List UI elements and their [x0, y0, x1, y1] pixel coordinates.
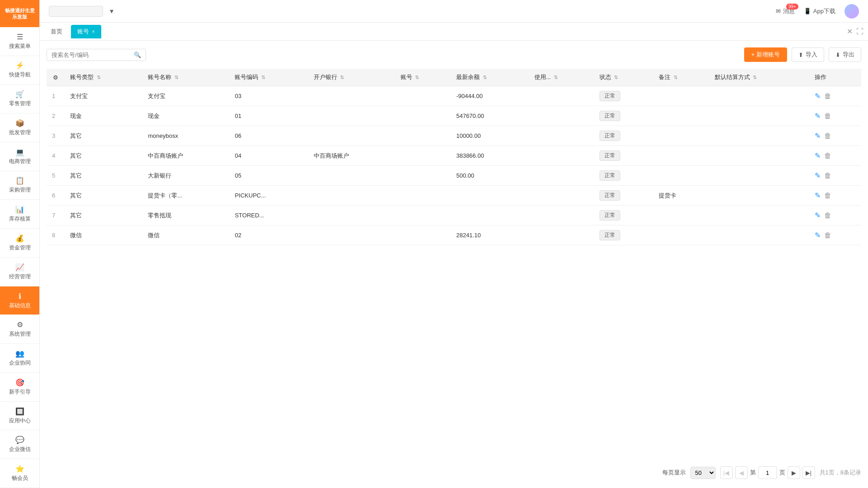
sidebar-item-wholesale[interactable]: 📦 批发管理 — [0, 113, 39, 142]
sidebar-item-retail[interactable]: 🛒 零售管理 — [0, 84, 39, 113]
table-row: 1 支付宝 支付宝 03 -90444.00 正常 ✎ 🗑 — [47, 86, 861, 106]
th-type[interactable]: 账号类型 ⇅ — [65, 69, 142, 86]
last-page-button[interactable]: ▶| — [802, 466, 815, 479]
tab-bar-expand-button[interactable]: ⛶ — [856, 28, 863, 36]
sidebar-item-basic-info[interactable]: ℹ 基础信息 — [0, 286, 39, 315]
th-remark[interactable]: 备注 ⇅ — [653, 69, 709, 86]
sidebar-item-finance[interactable]: 💰 资金管理 — [0, 229, 39, 258]
sidebar-item-appcenter[interactable]: 🔲 应用中心 — [0, 402, 39, 431]
wechat-work-icon: 💬 — [15, 436, 24, 444]
sidebar-item-wechat-work[interactable]: 💬 企业微信 — [0, 430, 39, 459]
header-left: ▾ — [49, 6, 113, 17]
message-button[interactable]: ✉ 消息 99+ — [776, 7, 795, 15]
action-buttons: ✎ 🗑 — [815, 211, 856, 220]
row-type: 其它 — [65, 146, 142, 166]
app-download-button[interactable]: 📱 App下载 — [804, 7, 835, 15]
table-container: ⚙ 账号类型 ⇅ 账号名称 ⇅ 账号编码 ⇅ 开户银行 ⇅ 账号 ⇅ 最新余额 … — [47, 69, 861, 460]
edit-button[interactable]: ✎ — [815, 131, 821, 140]
header-right: ✉ 消息 99+ 📱 App下载 — [776, 4, 859, 19]
row-code: 03 — [229, 86, 308, 106]
delete-button[interactable]: 🗑 — [824, 192, 831, 200]
tab-home[interactable]: 首页 — [44, 25, 69, 38]
row-num: 4 — [47, 146, 65, 166]
status-badge: 正常 — [599, 111, 620, 121]
sidebar-item-system[interactable]: ⚙ 系统管理 — [0, 315, 39, 344]
th-usage[interactable]: 使用... ⇅ — [529, 69, 594, 86]
add-account-label: + 新增账号 — [751, 51, 780, 59]
sidebar-item-guide[interactable]: 🎯 新手引导 — [0, 373, 39, 402]
sidebar-item-vip[interactable]: ⭐ 畅会员 — [0, 459, 39, 488]
edit-button[interactable]: ✎ — [815, 112, 821, 120]
row-status: 正常 — [594, 86, 654, 106]
sidebar-item-inventory[interactable]: 📊 库存核算 — [0, 200, 39, 229]
edit-button[interactable]: ✎ — [815, 92, 821, 100]
page-input[interactable] — [758, 466, 777, 479]
sidebar-item-purchase[interactable]: 📋 采购管理 — [0, 171, 39, 200]
th-default-settle[interactable]: 默认结算方式 ⇅ — [709, 69, 809, 86]
pagination: 每页显示 50 100 200 |◀ ◀ 第 页 ▶ ▶| 共1页，8条记录 — [47, 460, 861, 481]
export-icon: ⬇ — [835, 52, 840, 58]
sidebar-item-collab[interactable]: 👥 企业协同 — [0, 344, 39, 373]
first-page-button[interactable]: |◀ — [720, 466, 733, 479]
tab-account[interactable]: 账号 × — [71, 25, 101, 38]
delete-button[interactable]: 🗑 — [824, 172, 831, 180]
delete-button[interactable]: 🗑 — [824, 211, 831, 220]
toolbar-actions: + 新增账号 ⬆ 导入 ⬇ 导出 — [744, 47, 861, 62]
top-search-input[interactable] — [49, 6, 103, 17]
row-num: 6 — [47, 186, 65, 206]
row-type: 其它 — [65, 186, 142, 206]
delete-button[interactable]: 🗑 — [824, 112, 831, 120]
retail-icon: 🛒 — [15, 90, 24, 99]
import-button[interactable]: ⬆ 导入 — [792, 47, 824, 62]
row-name: 大新银行 — [142, 166, 229, 186]
th-account[interactable]: 账号 ⇅ — [395, 69, 451, 86]
delete-button[interactable]: 🗑 — [824, 92, 831, 100]
th-bank[interactable]: 开户银行 ⇅ — [308, 69, 395, 86]
edit-button[interactable]: ✎ — [815, 191, 821, 200]
row-balance: 547670.00 — [451, 106, 528, 126]
sidebar-item-quicknav[interactable]: ⚡ 快捷导航 — [0, 56, 39, 85]
row-action: ✎ 🗑 — [809, 106, 861, 126]
action-buttons: ✎ 🗑 — [815, 131, 856, 140]
edit-button[interactable]: ✎ — [815, 171, 821, 180]
per-page-select[interactable]: 50 100 200 — [690, 467, 716, 479]
basic-info-icon: ℹ — [19, 292, 21, 300]
row-default-settle — [709, 186, 809, 206]
next-page-button[interactable]: ▶ — [788, 466, 800, 479]
sidebar-item-ecommerce[interactable]: 💻 电商管理 — [0, 142, 39, 171]
row-action: ✎ 🗑 — [809, 186, 861, 206]
th-settings[interactable]: ⚙ — [47, 69, 65, 86]
edit-button[interactable]: ✎ — [815, 211, 821, 220]
sidebar-item-operation[interactable]: 📈 经营管理 — [0, 258, 39, 286]
search-input[interactable] — [52, 52, 132, 58]
finance-icon: 💰 — [15, 234, 24, 243]
sidebar-item-label: 应用中心 — [9, 417, 31, 425]
logo-subtext: 乐意版 — [12, 14, 27, 20]
action-buttons: ✎ 🗑 — [815, 92, 856, 100]
edit-button[interactable]: ✎ — [815, 231, 821, 239]
row-balance: 28241.10 — [451, 225, 528, 245]
delete-button[interactable]: 🗑 — [824, 231, 831, 239]
search-box[interactable]: 🔍 — [47, 49, 146, 61]
app-download-icon: 📱 — [804, 8, 811, 14]
th-name[interactable]: 账号名称 ⇅ — [142, 69, 229, 86]
add-account-button[interactable]: + 新增账号 — [744, 47, 787, 62]
export-button[interactable]: ⬇ 导出 — [829, 47, 861, 62]
sidebar-item-search[interactable]: ☰ 搜索菜单 — [0, 27, 39, 56]
user-avatar[interactable] — [844, 4, 859, 19]
tab-bar-close-button[interactable]: ✕ — [847, 27, 853, 36]
edit-button[interactable]: ✎ — [815, 151, 821, 160]
action-buttons: ✎ 🗑 — [815, 112, 856, 120]
delete-button[interactable]: 🗑 — [824, 152, 831, 160]
row-action: ✎ 🗑 — [809, 225, 861, 245]
prev-page-button[interactable]: ◀ — [735, 466, 748, 479]
row-remark — [653, 86, 709, 106]
delete-button[interactable]: 🗑 — [824, 132, 831, 140]
th-code[interactable]: 账号编码 ⇅ — [229, 69, 308, 86]
dropdown-icon[interactable]: ▾ — [110, 7, 113, 15]
th-status[interactable]: 状态 ⇅ — [594, 69, 654, 86]
tab-close-icon[interactable]: × — [92, 28, 95, 35]
th-balance[interactable]: 最新余额 ⇅ — [451, 69, 528, 86]
row-action: ✎ 🗑 — [809, 166, 861, 186]
status-badge: 正常 — [599, 210, 620, 221]
